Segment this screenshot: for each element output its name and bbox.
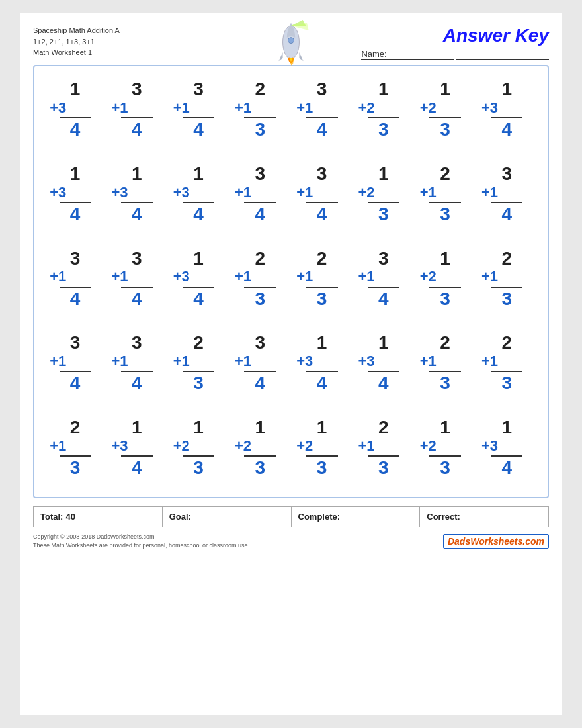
num-answer: 3 [70, 458, 81, 478]
num-answer: 4 [132, 205, 142, 225]
divider-line [244, 287, 276, 288]
divider-line [183, 371, 214, 372]
name-label: Name: [361, 49, 454, 60]
divider-line [429, 287, 461, 288]
num-answer: 4 [317, 373, 327, 394]
problem-2-2: 1+34 [171, 249, 227, 310]
divider-line [429, 117, 461, 118]
num-add: +3 [47, 185, 66, 201]
num-answer: 4 [378, 373, 389, 394]
problem-0-4: 3+14 [294, 79, 350, 140]
rocket-container [268, 20, 314, 75]
problem-4-7: 1+34 [479, 418, 535, 478]
divider-line [306, 371, 338, 372]
problem-2-6: 1+23 [417, 249, 474, 310]
num-answer: 3 [255, 120, 266, 140]
num-answer: 4 [132, 373, 142, 394]
divider-line [60, 202, 91, 203]
divider-line [183, 455, 214, 457]
problem-2-7: 2+13 [479, 249, 535, 310]
name-line: Name: [361, 49, 549, 60]
divider-line [306, 455, 338, 457]
divider-line [368, 287, 399, 288]
num-top: 1 [502, 79, 513, 100]
problem-1-0: 1+34 [47, 164, 103, 225]
num-top: 2 [502, 249, 513, 269]
num-add: +2 [294, 438, 313, 454]
divider-line [244, 202, 276, 203]
num-add: +3 [479, 100, 498, 116]
title-line2: 1+2, 2+1, 1+3, 3+1 [33, 36, 120, 48]
name-underline [456, 49, 549, 60]
divider-line [429, 371, 461, 372]
num-add: +1 [171, 353, 190, 369]
problem-row-3: 3+143+142+133+141+341+342+132+13 [44, 326, 538, 406]
num-top: 1 [255, 418, 266, 438]
num-top: 1 [378, 79, 389, 100]
title-line1: Spaceship Math Addition A [33, 25, 120, 36]
num-add: +3 [479, 438, 498, 454]
problem-2-0: 3+14 [47, 249, 103, 310]
footer-complete: Complete: [292, 507, 421, 527]
num-answer: 4 [255, 205, 266, 225]
num-answer: 4 [132, 120, 142, 140]
num-top: 2 [70, 418, 81, 438]
dads-logo: DadsWorksheets.com [443, 534, 549, 549]
num-add: +1 [108, 269, 128, 285]
copyright-line1: Copyright © 2008-2018 DadsWorksheets.com [33, 533, 249, 541]
problem-3-3: 3+14 [232, 333, 288, 394]
divider-line [121, 287, 153, 288]
num-answer: 4 [70, 120, 81, 140]
num-top: 3 [70, 249, 81, 269]
divider-line [244, 455, 276, 457]
header: Spaceship Math Addition A 1+2, 2+1, 1+3,… [33, 25, 549, 60]
num-answer: 4 [132, 289, 142, 310]
num-top: 1 [70, 164, 81, 185]
problem-0-2: 3+14 [171, 79, 227, 140]
num-add: +1 [47, 353, 66, 369]
num-answer: 3 [502, 373, 513, 394]
divider-line [60, 455, 91, 457]
goal-fill [194, 512, 227, 522]
num-answer: 4 [70, 373, 81, 394]
problem-0-6: 1+23 [417, 79, 474, 140]
footer-goal: Goal: [163, 507, 292, 527]
problem-0-5: 1+23 [355, 79, 411, 140]
num-add: +2 [232, 438, 251, 454]
num-top: 3 [132, 333, 142, 353]
num-add: +1 [479, 353, 498, 369]
num-answer: 4 [193, 205, 204, 225]
complete-label: Complete: [298, 512, 341, 522]
problem-3-7: 2+13 [479, 333, 535, 394]
divider-line [491, 371, 522, 372]
num-answer: 3 [440, 458, 450, 478]
num-add: +1 [479, 185, 498, 201]
num-top: 3 [70, 333, 81, 353]
divider-line [183, 117, 214, 118]
problem-2-4: 2+13 [294, 249, 350, 310]
problem-1-2: 1+34 [171, 164, 227, 225]
num-top: 3 [378, 249, 389, 269]
num-add: +1 [232, 185, 251, 201]
num-answer: 3 [440, 373, 450, 394]
num-top: 1 [132, 418, 142, 438]
num-add: +1 [294, 269, 313, 285]
num-add: +1 [294, 100, 313, 116]
problem-2-1: 3+14 [108, 249, 165, 310]
num-answer: 4 [70, 205, 81, 225]
num-add: +1 [232, 353, 251, 369]
num-answer: 3 [193, 373, 204, 394]
num-add: +1 [47, 269, 66, 285]
svg-point-1 [288, 38, 294, 44]
divider-line [60, 371, 91, 372]
title-line3: Math Worksheet 1 [33, 47, 120, 58]
footer-total: Total: 40 [34, 507, 163, 527]
num-add: +3 [294, 353, 313, 369]
num-top: 3 [255, 164, 266, 185]
divider-line [121, 202, 153, 203]
num-add: +1 [232, 269, 251, 285]
num-add: +1 [108, 100, 128, 116]
problem-row-2: 3+143+141+342+132+133+141+232+13 [44, 242, 538, 322]
problem-row-1: 1+341+341+343+143+141+232+133+14 [44, 158, 538, 237]
num-add: +3 [108, 438, 128, 454]
